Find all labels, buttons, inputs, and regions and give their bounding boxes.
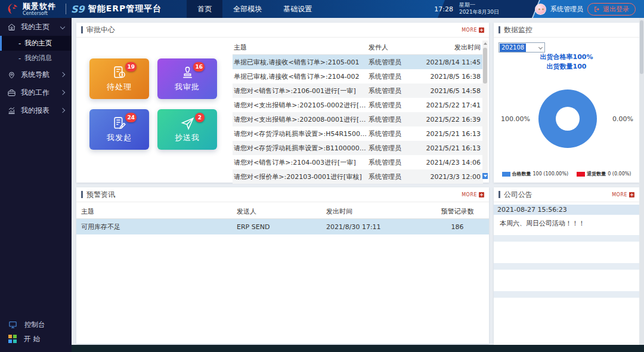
doc-edit-icon <box>112 116 127 131</box>
cell-sender: ERP SEND <box>237 223 326 231</box>
approval-table: 主题 发件人 发出时间 单据已审核,请接收<销售订单>:2105-001 系统管… <box>233 41 483 184</box>
sidebar-item-my-reports[interactable]: 我的报表 <box>0 101 72 119</box>
cell-time: 2021/4/23 14:06 <box>421 159 483 166</box>
page-scroll-thumb[interactable] <box>640 20 643 74</box>
brand-logo[interactable]: 顺景软件 Centersoft <box>0 2 61 16</box>
col-time: 发出时间 <box>326 207 431 216</box>
more-label: MORE <box>462 192 477 197</box>
nav-basic-settings[interactable]: 基础设置 <box>273 0 323 18</box>
cell-subject: 可用库存不足 <box>81 223 237 231</box>
cell-sender: 系统管理员 <box>369 101 421 110</box>
sidebar-item-my-work[interactable]: 我的工作 <box>0 84 72 101</box>
start-button[interactable]: 开 始 <box>0 332 72 346</box>
cell-sender: 系统管理员 <box>369 144 421 153</box>
panel-accent <box>81 26 83 33</box>
cell-time: 2021/5/21 16:13 <box>421 144 483 152</box>
stamp-icon <box>180 65 195 80</box>
table-scrollbar[interactable] <box>482 41 488 179</box>
logout-button[interactable]: 退出登录 <box>587 3 636 16</box>
sidebar-subitem-my-messages[interactable]: - 我的消息 <box>0 51 72 66</box>
scroll-down-icon[interactable] <box>482 173 488 179</box>
table-row[interactable]: 请您对<支出报销单>:202105-0002进行[审核] 系统管理员 2021/… <box>233 98 483 112</box>
more-label: MORE <box>462 27 477 33</box>
alerts-panel: 预警资讯 MORE 主题 发送人 发出时间 预警记录数 可用库存不足 ERP S… <box>76 187 489 344</box>
table-row[interactable]: 请您对<销售订单>:2106-001进行[一审] 系统管理员 2021/6/5 … <box>233 84 483 98</box>
sidebar-label: 系统导航 <box>21 70 56 80</box>
tile-my-approvals[interactable]: 16 我审批 <box>157 58 217 99</box>
sidebar-subitem-my-home[interactable]: - 我的主页 <box>0 36 72 51</box>
more-link[interactable]: MORE <box>612 192 634 197</box>
page-scrollbar[interactable] <box>639 18 644 345</box>
sidebar-label: 我的工作 <box>21 88 56 98</box>
legend-value: 100 (100.00%) <box>533 171 569 177</box>
table-row[interactable]: 请您对<销售订单>:2104-003进行[一审] 系统管理员 2021/4/23… <box>233 155 483 169</box>
announcement-date[interactable]: 2021-08-27 15:56:23 <box>494 205 639 215</box>
cell-subject: 请您对<销售订单>:2106-001进行[一审] <box>233 87 369 95</box>
col-sender: 发送人 <box>237 207 326 216</box>
sidebar-item-my-home[interactable]: 我的主页 <box>0 18 72 36</box>
alert-row[interactable]: 可用库存不足 ERP SEND 2021/8/30 17:11 186 <box>76 219 489 234</box>
paper-plane-icon <box>180 116 195 131</box>
empty-announcement-strip <box>494 291 639 298</box>
cell-time: 2021/5/21 16:13 <box>421 130 483 138</box>
data-monitor-panel: 数据监控 202108 出货合格率100% 出货数量100 100.00% 0.… <box>494 23 639 183</box>
clock-block: 17:28 星期一 2021年8月30日 <box>434 2 499 16</box>
sidebar-item-system-nav[interactable]: 系统导航 <box>0 66 72 84</box>
empty-announcement-strip <box>494 263 639 270</box>
chevron-right-icon <box>60 108 65 113</box>
sidebar-bottom: 控制台 开 始 <box>0 317 72 346</box>
donut-chart <box>538 89 597 148</box>
initiated-badge: 24 <box>125 113 137 122</box>
bullet: - <box>18 54 21 63</box>
cell-time: 2021/8/5 16:38 <box>421 73 483 81</box>
legend-pass: 合格数量 100 (100.00%) <box>502 171 569 177</box>
more-link[interactable]: MORE <box>462 192 484 197</box>
nav-all-modules[interactable]: 全部模块 <box>222 0 273 18</box>
scroll-up-icon[interactable] <box>482 41 488 47</box>
table-row[interactable]: 请您对<支出报销单>:202008-0001进行[审核] 系统管理员 2021/… <box>233 112 483 126</box>
cell-subject: 单据已审核,请接收<销售订单>:2104-002 <box>233 72 369 81</box>
panel-title: 数据监控 <box>504 25 532 35</box>
cell-sender: 系统管理员 <box>369 72 421 81</box>
donut-label-right: 0.00% <box>612 115 633 123</box>
console-button[interactable]: 控制台 <box>0 317 72 332</box>
more-link[interactable]: MORE <box>462 27 484 33</box>
cell-subject: 请您对<报价单>:202103-0001进行[审核] <box>233 172 369 181</box>
bullet: - <box>18 39 21 48</box>
monitor-stats: 出货合格率100% 出货数量100 <box>494 53 639 72</box>
legend-return: 退货数量 0 (0.00%) <box>577 171 631 177</box>
col-subject: 主题 <box>81 207 237 216</box>
alerts-table: 主题 发送人 发出时间 预警记录数 可用库存不足 ERP SEND 2021/8… <box>76 204 489 234</box>
bottom-taskbar <box>72 345 644 352</box>
panel-accent <box>499 26 500 33</box>
tile-cc-to-me[interactable]: 2 抄送我 <box>157 109 217 150</box>
approval-tiles: 19 待处理 16 我审批 24 我发起 2 抄送我 <box>89 58 217 150</box>
sidebar-label: 我的报表 <box>21 106 56 116</box>
username: 系统管理员 <box>550 5 583 14</box>
chevron-right-icon <box>60 72 65 77</box>
cell-time: 2021/5/22 17:41 <box>421 101 483 109</box>
user-block: 系统管理员 退出登录 <box>499 3 644 16</box>
panel-accent <box>499 191 500 198</box>
announcements-panel: 公司公告 MORE 2021-08-27 15:56:23 本周六、周日公司活动… <box>494 187 639 344</box>
table-row[interactable]: 单据已审核,请接收<销售订单>:2105-001 系统管理员 2021/8/14… <box>233 55 483 69</box>
table-row[interactable]: 请您对<存货浮动耗损率设置>:B11000001进行[审核] 系统管理员 202… <box>233 141 483 155</box>
tile-pending[interactable]: 19 待处理 <box>89 58 149 99</box>
logout-label: 退出登录 <box>603 5 629 14</box>
scroll-thumb[interactable] <box>483 48 487 84</box>
start-label: 开 始 <box>24 335 40 344</box>
table-row[interactable]: 请您对<报价单>:202103-0001进行[审核] 系统管理员 2021/3/… <box>233 169 483 184</box>
avatar[interactable] <box>535 4 546 15</box>
table-row[interactable]: 请您对<存货浮动耗损率设置>:H54R15006002进行[审核] 系统管理员 … <box>233 126 483 141</box>
clock-time: 17:28 <box>434 5 453 13</box>
cell-sender: 系统管理员 <box>369 158 421 167</box>
clock-weekday: 星期一 <box>459 2 499 9</box>
logout-icon <box>594 6 600 13</box>
cell-count: 186 <box>431 223 484 231</box>
more-icon <box>629 192 634 197</box>
table-row[interactable]: 单据已审核,请接收<销售订单>:2104-002 系统管理员 2021/8/5 … <box>233 69 483 84</box>
tile-initiated-by-me[interactable]: 24 我发起 <box>89 109 149 150</box>
cell-sender: 系统管理员 <box>369 87 421 95</box>
nav-home[interactable]: 首页 <box>187 0 222 18</box>
period-select[interactable]: 202108 <box>499 42 545 53</box>
